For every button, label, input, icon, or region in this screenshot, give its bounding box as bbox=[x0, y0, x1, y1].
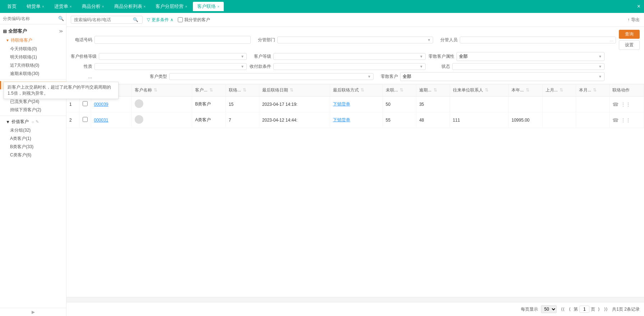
col-this-month-sort[interactable]: ⇅ bbox=[593, 88, 597, 93]
col-this-year-label: 本年... bbox=[511, 88, 524, 93]
tab-customer-contact[interactable]: 客户联络 × bbox=[193, 2, 224, 11]
row2-last-method[interactable]: 下销货单 bbox=[330, 112, 383, 128]
sidebar-all-customers[interactable]: ⊞ 全部客户 ≫ bbox=[0, 27, 66, 36]
row1-code-link[interactable]: 000039 bbox=[94, 102, 108, 107]
tab-sales[interactable]: 销货单 × bbox=[22, 2, 48, 11]
sidebar-item-tomorrow[interactable]: 明天待联络(1) bbox=[0, 53, 66, 61]
page-suffix: 页 bbox=[591, 306, 595, 312]
col-no-contact-sort[interactable]: ⇅ bbox=[400, 88, 403, 93]
sidebar-value-customers[interactable]: ▼ 价值客户 ○ ✎ bbox=[0, 117, 66, 126]
export-button[interactable]: ↑ 导出 bbox=[627, 17, 640, 23]
more-conditions-button[interactable]: ▽ 更多条件 ∧ bbox=[147, 17, 173, 23]
page-input[interactable] bbox=[579, 306, 589, 313]
customer-type-select[interactable]: ▼ bbox=[169, 73, 374, 80]
scatter-customer-select[interactable]: 全部 ▼ bbox=[400, 72, 604, 81]
sidebar-search-input[interactable] bbox=[3, 16, 57, 21]
tab-product-analysis-close[interactable]: × bbox=[102, 5, 104, 9]
tab-purchase-close[interactable]: × bbox=[70, 5, 72, 9]
sidebar-item-ungroup[interactable]: 未分组(32) bbox=[0, 126, 66, 135]
nature-select[interactable]: ▼ bbox=[94, 63, 247, 70]
filter-search-box: 🔍 bbox=[71, 16, 143, 24]
customer-level-select[interactable]: ▼ bbox=[273, 53, 426, 60]
col-overdue-sort[interactable]: ⇅ bbox=[434, 88, 437, 93]
customer-type-label: 客户类型 bbox=[145, 74, 167, 80]
manager-select[interactable]: … bbox=[460, 37, 616, 43]
col-this-year-sort[interactable]: ⇅ bbox=[526, 88, 529, 93]
row2-code-link[interactable]: 000031 bbox=[94, 118, 108, 123]
filter-dept: 分管部门 ▼ bbox=[254, 37, 434, 43]
settings-icon[interactable]: ✎ bbox=[36, 119, 39, 124]
page-next-button[interactable]: ⟩ bbox=[597, 306, 601, 312]
export-label: 导出 bbox=[631, 17, 640, 23]
phone-input[interactable] bbox=[94, 36, 251, 44]
sidebar-item-class-b[interactable]: B类客户(33) bbox=[0, 143, 66, 151]
row1-check[interactable] bbox=[83, 101, 88, 106]
tab-home[interactable]: 首页 bbox=[3, 2, 21, 11]
close-all-button[interactable]: × bbox=[637, 3, 640, 10]
customer-type-arrow: ▼ bbox=[367, 75, 371, 79]
col-company-sort[interactable]: ⇅ bbox=[485, 88, 488, 93]
scatter-customer-value: 全部 bbox=[403, 74, 411, 80]
row1-more-icon[interactable]: ⋮⋮ bbox=[621, 102, 631, 107]
page-first-button[interactable]: ⟨⟨ bbox=[560, 306, 566, 312]
page-last-button[interactable]: ⟩⟩ bbox=[603, 306, 609, 312]
tab-customer-segment[interactable]: 客户分层经营 × bbox=[151, 2, 191, 11]
row2-code[interactable]: 000031 bbox=[91, 112, 131, 128]
table-scroll[interactable]: ⚙ 客户编码 ⇅ 客户名称 ⇅ bbox=[66, 84, 644, 297]
sidebar-item-declining[interactable]: 持续下滑客户(2) bbox=[0, 106, 66, 114]
row1-method-link[interactable]: 下销货单 bbox=[333, 102, 350, 107]
settings-button[interactable]: 设置 bbox=[619, 40, 640, 50]
table-header: ⚙ 客户编码 ⇅ 客户名称 ⇅ bbox=[66, 84, 644, 96]
dept-select[interactable]: ▼ bbox=[277, 37, 434, 43]
col-name-sort[interactable]: ⇅ bbox=[154, 88, 157, 93]
tab-purchase[interactable]: 进货单 × bbox=[50, 2, 76, 11]
row1-phone-icon[interactable]: ☎ bbox=[612, 102, 618, 107]
edit-icon[interactable]: ○ bbox=[32, 120, 34, 124]
sidebar-item-class-a[interactable]: A类客户(1) bbox=[0, 135, 66, 143]
status-select[interactable]: ▼ bbox=[452, 63, 604, 70]
table-hscrollbar[interactable] bbox=[66, 297, 644, 302]
sidebar-item-7days[interactable]: 近7天待联络(0) bbox=[0, 61, 66, 70]
filter-search-input[interactable] bbox=[74, 17, 131, 22]
row2-avatar bbox=[135, 115, 143, 124]
table-row: 2 000031 A类客户 7 2023-04-12 14:44: 下销货单 5… bbox=[66, 112, 644, 128]
my-customers-checkbox[interactable]: 我分管的客户 bbox=[178, 17, 210, 23]
col-last-date-sort[interactable]: ⇅ bbox=[290, 88, 293, 93]
row2-checkbox[interactable] bbox=[79, 112, 91, 128]
row2-more-icon[interactable]: ⋮⋮ bbox=[621, 117, 631, 123]
row1-contact: 15 bbox=[226, 96, 259, 112]
payment-select[interactable]: ▼ bbox=[273, 63, 426, 70]
per-page-select[interactable]: 50 bbox=[541, 305, 557, 313]
class-c-label: C类客户(6) bbox=[10, 152, 31, 157]
page-prev-button[interactable]: ⟨ bbox=[567, 306, 572, 312]
sidebar-search-icon: 🔍 bbox=[58, 16, 64, 21]
tab-sales-close[interactable]: × bbox=[42, 5, 44, 9]
price-level-select[interactable]: ▼ bbox=[99, 53, 247, 60]
sidebar-pending-contact[interactable]: ▼ 待联络客户 bbox=[0, 36, 66, 45]
row2-check[interactable] bbox=[83, 117, 88, 122]
my-customers-input[interactable] bbox=[178, 17, 183, 22]
query-button[interactable]: 查询 bbox=[619, 30, 640, 39]
sidebar-item-today[interactable]: 今天待联络(0) bbox=[0, 45, 66, 53]
tab-customer-segment-close[interactable]: × bbox=[185, 5, 187, 9]
tab-product-list-close[interactable]: × bbox=[144, 5, 146, 9]
col-type-sort[interactable]: ⇅ bbox=[209, 88, 213, 93]
filter-scatter-attr: 零散客户属性 全部 ▼ bbox=[428, 52, 604, 61]
tab-customer-contact-close[interactable]: × bbox=[217, 5, 219, 9]
sidebar-item-overdue[interactable]: 逾期未联络(30) bbox=[0, 70, 66, 78]
dept-select-arrow: ▼ bbox=[427, 38, 431, 42]
col-contact-sort[interactable]: ⇅ bbox=[243, 88, 246, 93]
scatter-attr-select[interactable]: 全部 ▼ bbox=[457, 52, 604, 61]
row2-method-link[interactable]: 下销货单 bbox=[333, 117, 350, 122]
col-last-method-sort[interactable]: ⇅ bbox=[361, 88, 364, 93]
payment-label: 收付款条件 bbox=[250, 63, 271, 70]
tab-product-analysis[interactable]: 商品分析 × bbox=[78, 2, 108, 11]
row1-last-method[interactable]: 下销货单 bbox=[330, 96, 383, 112]
sidebar-bottom-arrow[interactable]: ▶ bbox=[0, 308, 66, 316]
sidebar-item-class-c[interactable]: C类客户(6) bbox=[0, 151, 66, 159]
col-type-label: 客户... bbox=[195, 88, 207, 93]
tab-product-list[interactable]: 商品分析列表 × bbox=[110, 2, 150, 11]
row2-phone-icon[interactable]: ☎ bbox=[612, 117, 618, 123]
col-last-month-sort[interactable]: ⇅ bbox=[560, 88, 563, 93]
sidebar-collapse-icon[interactable]: ≫ bbox=[59, 29, 63, 34]
